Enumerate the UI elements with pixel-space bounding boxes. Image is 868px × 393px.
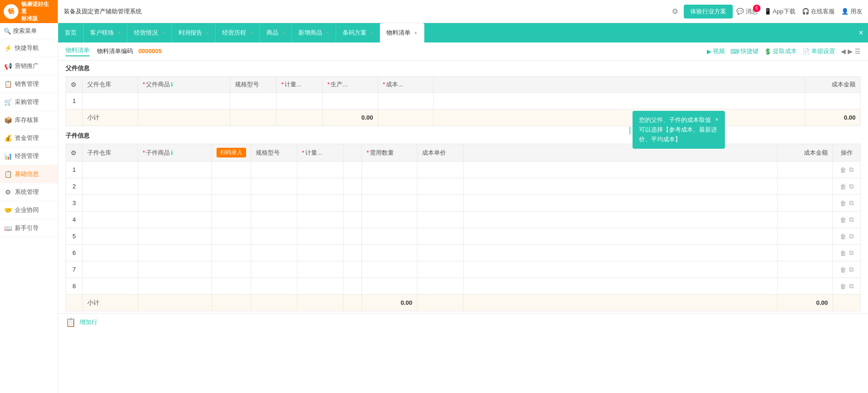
child-scan-3[interactable] xyxy=(212,195,251,212)
delete-icon[interactable]: 🗑 xyxy=(840,249,846,257)
copy-icon[interactable]: ⧉ xyxy=(849,282,854,290)
sidebar-item-system[interactable]: ⚙ 系统管理 xyxy=(0,183,58,201)
child-qty-2[interactable] xyxy=(362,178,417,195)
delete-icon[interactable]: 🗑 xyxy=(840,216,846,224)
child-unit-3[interactable] xyxy=(297,195,344,212)
close-tab-history[interactable]: × xyxy=(250,30,253,36)
child-product-4[interactable] xyxy=(138,212,212,228)
sidebar-item-purchase[interactable]: 🛒 采购管理 xyxy=(0,93,58,111)
child-scan-2[interactable] xyxy=(212,178,251,195)
tab-barcode[interactable]: 条码方案 × xyxy=(336,23,380,42)
close-tab-bom[interactable]: × xyxy=(414,30,417,36)
child-product-5[interactable] xyxy=(138,228,212,245)
delete-icon[interactable]: 🗑 xyxy=(840,183,846,190)
child-product-1[interactable] xyxy=(138,162,212,178)
parent-spec-1[interactable] xyxy=(230,93,277,109)
sidebar-item-enterprise[interactable]: 🤝 企业协同 xyxy=(0,201,58,219)
sidebar-item-marketing[interactable]: 📢 营销推广 xyxy=(0,57,58,75)
parent-col-gear[interactable]: ⚙ xyxy=(66,77,83,93)
child-spec-3[interactable] xyxy=(251,195,297,212)
child-qty-4[interactable] xyxy=(362,212,417,228)
child-unit-7[interactable] xyxy=(297,261,344,278)
child-unit-8[interactable] xyxy=(297,278,344,295)
close-tab-ops[interactable]: × xyxy=(162,30,164,36)
copy-icon[interactable]: ⧉ xyxy=(849,232,854,240)
trial-button[interactable]: 体验行业方案 xyxy=(684,5,733,18)
copy-icon[interactable]: ⧉ xyxy=(849,182,854,190)
child-warehouse-7[interactable] xyxy=(83,261,138,278)
copy-icon[interactable]: ⧉ xyxy=(849,249,854,257)
child-spec-8[interactable] xyxy=(251,278,297,295)
child-unit-5[interactable] xyxy=(297,228,344,245)
child-unit-cost-5[interactable] xyxy=(417,228,464,245)
user-info[interactable]: 👤 用友 xyxy=(841,7,862,16)
delete-icon[interactable]: 🗑 xyxy=(840,166,846,174)
child-product-3[interactable] xyxy=(138,195,212,212)
add-row-icon[interactable]: 📋 xyxy=(66,317,76,327)
child-unit-cost-8[interactable] xyxy=(417,278,464,295)
child-spec-5[interactable] xyxy=(251,228,297,245)
sidebar-item-guide[interactable]: 📖 新手引导 xyxy=(0,219,58,237)
child-scan-8[interactable] xyxy=(212,278,251,295)
child-scan-4[interactable] xyxy=(212,212,251,228)
copy-icon[interactable]: ⧉ xyxy=(849,166,854,174)
scan-input-button[interactable]: 扫码录入 xyxy=(217,148,246,157)
child-unit-cost-6[interactable] xyxy=(417,245,464,261)
settings-gear-icon[interactable]: ⚙ xyxy=(670,5,680,18)
child-warehouse-2[interactable] xyxy=(83,178,138,195)
shortcut-action[interactable]: ⌨ 快捷键 xyxy=(730,47,759,55)
child-unit-cost-3[interactable] xyxy=(417,195,464,212)
copy-icon[interactable]: ⧉ xyxy=(849,199,854,207)
parent-warehouse-1[interactable] xyxy=(83,93,138,109)
parent-cost-1[interactable] xyxy=(378,93,434,109)
child-product-8[interactable] xyxy=(138,278,212,295)
child-scan-5[interactable] xyxy=(212,228,251,245)
parent-production-1[interactable] xyxy=(323,93,378,109)
child-warehouse-6[interactable] xyxy=(83,245,138,261)
delete-icon[interactable]: 🗑 xyxy=(840,283,846,290)
child-unit-cost-1[interactable] xyxy=(417,162,464,178)
sub-tab-bom[interactable]: 物料清单 xyxy=(66,46,90,56)
sidebar-item-finance[interactable]: 💰 资金管理 xyxy=(0,129,58,147)
close-tab-profit[interactable]: × xyxy=(206,30,209,36)
sidebar-item-sales[interactable]: 📋 销售管理 xyxy=(0,75,58,93)
tab-home[interactable]: 首页 xyxy=(58,23,84,42)
child-qty-1[interactable] xyxy=(362,162,417,178)
tab-bom[interactable]: 物料清单 × xyxy=(380,23,424,42)
close-tab-new-product[interactable]: × xyxy=(326,30,329,36)
sidebar-item-quick-nav[interactable]: ⚡ 快捷导航 xyxy=(0,39,58,57)
child-warehouse-5[interactable] xyxy=(83,228,138,245)
child-unit-4[interactable] xyxy=(297,212,344,228)
next-arrow[interactable]: ▶ xyxy=(848,48,853,55)
cost-action[interactable]: 💲 提取成本 xyxy=(764,47,797,55)
tab-profit[interactable]: 利润报告 × xyxy=(172,23,216,42)
tooltip-close-button[interactable]: × xyxy=(715,115,718,124)
parent-unit-1[interactable] xyxy=(277,93,323,109)
sidebar-item-operations[interactable]: 📊 经营管理 xyxy=(0,147,58,165)
child-warehouse-1[interactable] xyxy=(83,162,138,178)
child-warehouse-4[interactable] xyxy=(83,212,138,228)
copy-icon[interactable]: ⧉ xyxy=(849,216,854,224)
view-action[interactable]: ▶ 视频 xyxy=(707,47,725,55)
child-qty-5[interactable] xyxy=(362,228,417,245)
app-download[interactable]: 📱 App下载 xyxy=(764,7,796,16)
child-spec-7[interactable] xyxy=(251,261,297,278)
message-badge[interactable]: 💬 6 消息 xyxy=(736,7,758,16)
delete-icon[interactable]: 🗑 xyxy=(840,233,846,240)
copy-icon[interactable]: ⧉ xyxy=(849,266,854,273)
close-tab-barcode[interactable]: × xyxy=(370,30,373,36)
parent-product-1[interactable] xyxy=(138,93,230,109)
tab-history[interactable]: 经营历程 × xyxy=(216,23,259,42)
child-qty-7[interactable] xyxy=(362,261,417,278)
online-service[interactable]: 🎧 在线客服 xyxy=(802,7,835,16)
child-qty-6[interactable] xyxy=(362,245,417,261)
child-spec-2[interactable] xyxy=(251,178,297,195)
child-product-2[interactable] xyxy=(138,178,212,195)
child-unit-2[interactable] xyxy=(297,178,344,195)
child-product-7[interactable] xyxy=(138,261,212,278)
child-unit-6[interactable] xyxy=(297,245,344,261)
child-col-gear[interactable]: ⚙ xyxy=(66,144,83,162)
tab-operations-status[interactable]: 经营情况 × xyxy=(127,23,171,42)
child-qty-3[interactable] xyxy=(362,195,417,212)
close-tab-customer[interactable]: × xyxy=(118,30,121,36)
